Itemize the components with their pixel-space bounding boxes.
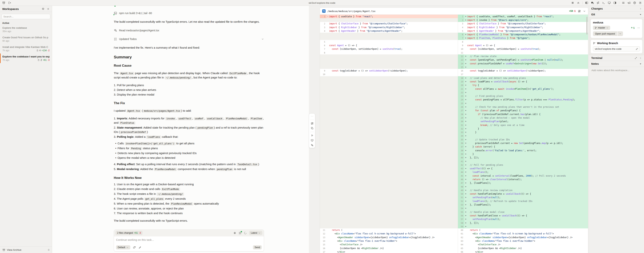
list-number: 7. bbox=[114, 212, 116, 215]
git-pr-icon[interactable] bbox=[596, 1, 600, 4]
line-number: 25 bbox=[458, 102, 464, 105]
panel-left-icon[interactable] bbox=[585, 1, 588, 4]
monitor-icon[interactable] bbox=[311, 139, 314, 142]
latest-dropdown[interactable]: Latest bbox=[249, 231, 262, 235]
dots-icon[interactable] bbox=[311, 115, 314, 118]
search-input[interactable] bbox=[2, 14, 50, 19]
diff-right-cell: 65 {sidebarOpen && <RightSidebar />} bbox=[458, 246, 588, 250]
workspace-item[interactable]: Explore the codebase I want you to exp7h… bbox=[0, 54, 52, 63]
sparkle-icon[interactable] bbox=[234, 232, 236, 234]
terminal-prompt-icon[interactable] bbox=[602, 1, 605, 4]
line-number bbox=[320, 62, 326, 65]
pencil-icon[interactable] bbox=[636, 48, 638, 50]
annotate-button[interactable] bbox=[138, 246, 142, 249]
workspace-item-meta: 7h ago2+61-3 bbox=[2, 59, 50, 61]
workspace-item[interactable]: Create Good First Issues on Github So p6… bbox=[0, 34, 52, 44]
diff-row: 32+ } bbox=[320, 127, 588, 130]
send-button[interactable]: Send bbox=[253, 245, 262, 250]
chevron-right-icon bbox=[639, 57, 642, 59]
messages-icon[interactable] bbox=[591, 1, 594, 4]
diff-row: 12+ // Plan review state bbox=[320, 54, 588, 58]
files-changed-badge[interactable]: 2 files changed +61 -3 bbox=[116, 231, 142, 235]
inline-code: medusa/src/pages/Agent.tsx bbox=[143, 110, 181, 112]
line-number: 3 bbox=[458, 22, 464, 26]
working-branch-input[interactable] bbox=[595, 48, 636, 50]
diff-file-header[interactable]: TS /medusa/medusa/src/pages/Agent.tsx +5… bbox=[320, 8, 588, 15]
diff-left-cell: 9 const toggleSidebar = () => setSidebar… bbox=[320, 69, 458, 72]
diff-sign: + bbox=[464, 189, 467, 192]
view-archive-button[interactable]: View Archive 0 bbox=[0, 246, 52, 253]
pause-icon[interactable] bbox=[571, 1, 574, 4]
tool-call-row[interactable]: Read medusa/src/pages/Agent.tsx bbox=[114, 28, 264, 32]
new-workspace-button[interactable] bbox=[47, 8, 50, 10]
chevrons-up-icon[interactable] bbox=[577, 1, 580, 4]
pr-options-button[interactable] bbox=[618, 31, 623, 36]
line-number: 45 bbox=[458, 174, 464, 178]
notes-section-header[interactable]: Notes bbox=[589, 61, 644, 67]
diff-left-cell bbox=[320, 152, 458, 156]
panel-right-icon[interactable] bbox=[614, 1, 616, 4]
branch-icon bbox=[593, 42, 596, 44]
list-number: 1. bbox=[114, 117, 116, 120]
attach-button[interactable] bbox=[133, 246, 136, 249]
terminal-section-header[interactable]: Terminal bbox=[589, 55, 644, 61]
diff-sign: + bbox=[464, 109, 467, 112]
list-number: 4. bbox=[114, 197, 116, 200]
code-line: // Find pending plans bbox=[467, 95, 503, 98]
diff-left-cell bbox=[320, 218, 458, 221]
working-branch-field[interactable] bbox=[593, 46, 640, 52]
git-compare-icon[interactable] bbox=[311, 144, 314, 146]
line-number: 14 bbox=[458, 62, 464, 65]
diff-right-cell: 37+ } catch (error) { bbox=[458, 145, 588, 149]
zap-square-icon[interactable] bbox=[311, 122, 314, 125]
composer-header: 2 files changed +61 -3 Latest bbox=[114, 230, 264, 236]
file-count: 4 bbox=[40, 49, 41, 52]
expand-icon[interactable] bbox=[634, 57, 637, 59]
line-number: 19 bbox=[458, 80, 464, 83]
chevron-right-icon bbox=[639, 8, 642, 10]
diff-left-cell bbox=[320, 91, 458, 94]
heading: Summary bbox=[114, 55, 264, 59]
code-line: setPendingPlan(null); bbox=[467, 218, 500, 220]
archive-icon[interactable] bbox=[2, 1, 5, 4]
mode-dropdown[interactable]: Default bbox=[116, 245, 130, 250]
panel-collapse-icon[interactable] bbox=[8, 1, 11, 4]
line-number: 21 bbox=[458, 87, 464, 91]
gear-icon[interactable] bbox=[639, 1, 642, 4]
open-pull-request-button[interactable]: Open pull request bbox=[593, 31, 617, 36]
diff-left-cell bbox=[320, 18, 458, 22]
line-number: 66 bbox=[458, 250, 464, 253]
diff-viewer: TS /medusa/medusa/src/pages/Agent.tsx +5… bbox=[320, 8, 588, 253]
todo-status-icon[interactable] bbox=[239, 232, 242, 234]
diff-right-cell: 32+ } bbox=[458, 127, 588, 130]
diff-scrollbar[interactable] bbox=[586, 17, 588, 34]
list-item: 5.Modal rendering: Added the PlanReviewM… bbox=[114, 167, 264, 171]
workspace-item[interactable]: Explore the codebase35m ago bbox=[0, 25, 52, 34]
line-number: 5 bbox=[320, 40, 326, 44]
chevron-down-icon[interactable] bbox=[261, 38, 264, 40]
layers-icon[interactable] bbox=[42, 8, 44, 10]
copy-icon[interactable] bbox=[311, 127, 314, 130]
whitespace-toggle-icon[interactable] bbox=[578, 10, 581, 12]
line-number bbox=[320, 178, 326, 181]
line-number: 28 bbox=[458, 112, 464, 116]
collapse-file-icon[interactable] bbox=[583, 10, 586, 12]
branch-selector[interactable]: master bbox=[593, 26, 610, 30]
git-section-header[interactable]: Git bbox=[589, 12, 644, 18]
tool-call-row[interactable]: npm run build 2>&1 | tail -80 bbox=[114, 11, 264, 15]
play-icon[interactable] bbox=[311, 134, 314, 137]
tool-call-row[interactable]: Updated Todos bbox=[114, 37, 264, 41]
repo-more-button[interactable] bbox=[637, 26, 640, 29]
line-number: 63 bbox=[458, 239, 464, 243]
changes-section-header[interactable]: Changes bbox=[589, 6, 644, 12]
monitor-icon[interactable] bbox=[608, 1, 611, 4]
megaphone-icon[interactable] bbox=[628, 1, 630, 4]
diff-left-cell: 6const Agent = () => { bbox=[320, 44, 458, 47]
workspace-item[interactable]: Install and integrate Vibe Kanban Web C7… bbox=[0, 44, 52, 54]
notes-input[interactable]: Add notes about this workspace... bbox=[589, 67, 644, 74]
titlebar-right-icons bbox=[571, 1, 642, 4]
message-input[interactable] bbox=[116, 238, 262, 245]
menu-icon[interactable] bbox=[622, 1, 625, 4]
help-icon[interactable] bbox=[633, 1, 636, 4]
diff-row: 59+ bbox=[320, 225, 588, 228]
